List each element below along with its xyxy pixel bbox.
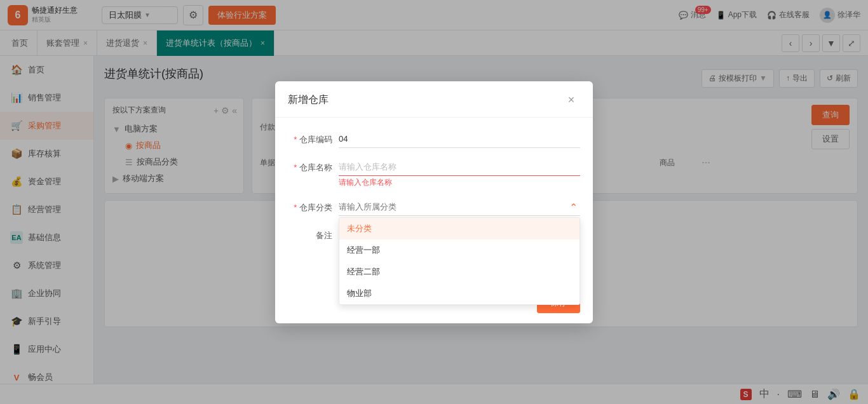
warehouse-code-control (339, 130, 580, 148)
warehouse-name-input[interactable] (339, 158, 580, 176)
warehouse-category-label: * 仓库分类 (288, 198, 339, 213)
modal-title: 新增仓库 (288, 93, 329, 107)
warehouse-code-required: * (294, 135, 297, 144)
form-row-warehouse-category: * 仓库分类 ⌃ 未分类 经营一部 经营二部 物业部 (288, 198, 580, 216)
modal-close-button[interactable]: × (562, 91, 580, 109)
form-row-warehouse-code: * 仓库编码 (288, 130, 580, 148)
warehouse-category-required: * (294, 203, 297, 212)
warehouse-code-label: * 仓库编码 (288, 130, 339, 145)
warehouse-category-input[interactable] (339, 198, 580, 216)
dropdown-item-uncategorized[interactable]: 未分类 (339, 218, 580, 239)
modal-dialog: 新增仓库 × * 仓库编码 * 仓库名称 (275, 81, 593, 323)
warehouse-name-required: * (294, 163, 297, 172)
form-row-warehouse-name: * 仓库名称 请输入仓库名称 (288, 158, 580, 188)
warehouse-name-error: 请输入仓库名称 (339, 177, 580, 188)
modal-overlay[interactable]: 新增仓库 × * 仓库编码 * 仓库名称 (0, 0, 868, 404)
warehouse-category-control: ⌃ 未分类 经营一部 经营二部 物业部 (339, 198, 580, 216)
dropdown-item-dept2[interactable]: 经营二部 (339, 261, 580, 283)
notes-label: 备注 (288, 226, 339, 241)
warehouse-name-control: 请输入仓库名称 (339, 158, 580, 188)
warehouse-code-input[interactable] (339, 130, 580, 148)
dropdown-item-dept1[interactable]: 经营一部 (339, 239, 580, 261)
warehouse-category-dropdown: 未分类 经营一部 经营二部 物业部 (339, 217, 580, 305)
warehouse-category-arrow[interactable]: ⌃ (569, 201, 578, 213)
modal-body: * 仓库编码 * 仓库名称 请输入仓库名称 (275, 118, 593, 285)
dropdown-item-dept3[interactable]: 物业部 (339, 283, 580, 304)
modal-header: 新增仓库 × (275, 81, 593, 118)
warehouse-category-select-wrapper: ⌃ (339, 198, 580, 216)
warehouse-name-label: * 仓库名称 (288, 158, 339, 173)
